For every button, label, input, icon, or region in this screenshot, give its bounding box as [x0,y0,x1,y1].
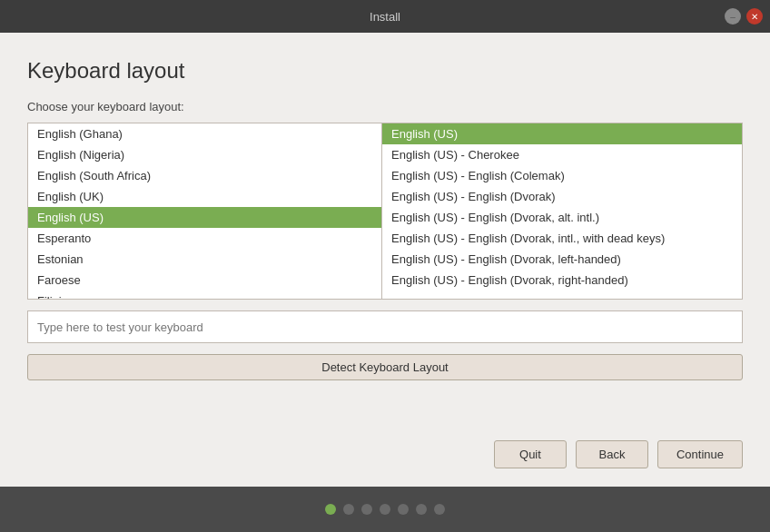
lists-container: English (Ghana)English (Nigeria)English … [27,123,743,300]
progress-dots [0,487,770,532]
list-item[interactable]: English (South Africa) [28,165,381,186]
minimize-button[interactable]: – [725,8,741,25]
progress-dot-0 [325,504,336,515]
quit-button[interactable]: Quit [494,440,567,468]
list-item[interactable]: English (US) - English (Colemak) [382,165,742,186]
list-item[interactable]: Esperanto [28,228,381,249]
progress-dot-1 [343,504,354,515]
list-item[interactable]: English (Nigeria) [28,144,381,165]
list-item[interactable]: English (US) [382,123,742,144]
list-item[interactable]: English (US) [28,207,381,228]
list-item[interactable]: English (Ghana) [28,123,381,144]
list-item[interactable]: Estonian [28,249,381,270]
choose-label: Choose your keyboard layout: [27,100,743,113]
progress-dot-5 [416,504,427,515]
keyboard-test-input[interactable] [27,310,743,343]
progress-dot-4 [398,504,409,515]
list-item[interactable]: English (US) - English (Dvorak, intl., w… [382,228,742,249]
progress-dot-3 [380,504,390,515]
continue-button[interactable]: Continue [657,440,743,468]
list-item[interactable]: English (US) - English (Dvorak) [382,186,742,207]
window: Install – ✕ Keyboard layout Choose your … [0,0,770,532]
window-title: Install [370,10,400,24]
bottom-bar: Quit Back Continue [27,431,743,468]
test-input-container [27,310,743,343]
titlebar: Install – ✕ [0,0,770,33]
list-item[interactable]: English (US) - English (Dvorak, right-ha… [382,270,742,291]
close-button[interactable]: ✕ [746,8,763,25]
list-item[interactable]: English (US) - English (Dvorak, left-han… [382,249,742,270]
list-item[interactable]: Filipino [28,291,381,299]
progress-dot-6 [434,504,445,515]
keyboard-layout-list[interactable]: English (Ghana)English (Nigeria)English … [28,123,382,299]
list-item[interactable]: Faroese [28,270,381,291]
list-item[interactable]: English (US) - Cherokee [382,144,742,165]
content-area: Keyboard layout Choose your keyboard lay… [0,33,770,487]
progress-dot-2 [361,504,372,515]
window-controls: – ✕ [725,8,763,25]
keyboard-variant-list[interactable]: English (US)English (US) - CherokeeEngli… [382,123,742,299]
list-item[interactable]: English (US) - English (Dvorak, alt. int… [382,207,742,228]
list-item[interactable]: English (UK) [28,186,381,207]
back-button[interactable]: Back [576,440,648,468]
page-title: Keyboard layout [27,58,743,84]
detect-keyboard-button[interactable]: Detect Keyboard Layout [27,354,743,380]
